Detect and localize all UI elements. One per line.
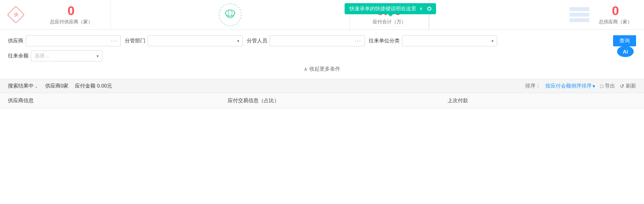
unit-category-input[interactable]: ▾: [402, 35, 497, 46]
export-btn[interactable]: □ 导出: [600, 82, 615, 90]
logo-area: 供: [0, 1, 32, 29]
unit-category-arrow-icon: ▾: [492, 39, 493, 43]
balance-placeholder: 选择...: [34, 52, 49, 59]
stat-total-suppliers: 0 总供应商（家）: [599, 4, 632, 25]
balance-label: 往来余额: [8, 52, 29, 59]
tooltip-text: 快速录单的快捷键说明在这里: [349, 5, 416, 12]
unit-category-label: 往来单位分类: [369, 37, 400, 44]
filter-unit-category: 往来单位分类 ▾: [369, 35, 497, 46]
department-arrow-icon: ▾: [237, 39, 239, 43]
result-info: 搜索结果中， 供应商0家 应付金额 0.00元: [8, 82, 112, 90]
filter-department: 分管部门 ▾: [125, 35, 243, 46]
collapse-icon: ∧: [304, 66, 308, 72]
stat-payable-suppliers-value: 0: [68, 4, 75, 17]
balance-input[interactable]: 选择... ▾: [31, 50, 102, 61]
amount-label: 应付金额 0.00元: [75, 82, 112, 90]
svg-point-2: [219, 4, 241, 26]
stat-total-suppliers-value: 0: [612, 4, 619, 17]
table-body: [0, 109, 644, 204]
department-input[interactable]: ▾: [148, 35, 243, 46]
filter-row-2: 往来余额 选择... ▾: [8, 50, 636, 61]
stat-total-suppliers-label: 总供应商（家）: [599, 19, 632, 25]
tooltip-dot-icon: [427, 7, 431, 11]
refresh-icon: ↺: [620, 83, 624, 89]
diamond-logo-icon: 供: [6, 5, 26, 25]
table-header: 供应商信息 应付交易信息（占比） 上次付款: [0, 93, 644, 109]
sort-arrow-icon: ▾: [593, 83, 595, 89]
supplier-input[interactable]: ···: [26, 35, 121, 46]
balance-arrow-icon: ▾: [97, 54, 99, 58]
stat-payable-suppliers-label: 总应付供应商（家）: [50, 19, 93, 25]
sort-value[interactable]: 按应付会额倒序排序 ▾: [545, 82, 595, 90]
col-transaction-header: 应付交易信息（占比）: [228, 97, 448, 104]
sort-label: 排序：: [525, 82, 541, 90]
tooltip-close-btn[interactable]: ×: [419, 6, 423, 12]
stat-payable-suppliers: 0 总应付供应商（家）: [32, 0, 111, 29]
manager-label: 分管人员: [247, 37, 267, 44]
filter-manager: 分管人员 ···: [247, 35, 365, 46]
ai-badge[interactable]: Ai: [617, 46, 634, 57]
department-label: 分管部门: [125, 37, 145, 44]
filter-supplier: 供应商 ···: [8, 35, 121, 46]
stats-bar: 供 0 总应付供应商（家） 0.00 应付合计（万） 0 总供应商（家）: [0, 0, 644, 30]
refresh-label: 刷新: [626, 82, 636, 90]
filter-balance: 往来余额 选择... ▾: [8, 50, 102, 61]
result-actions: 排序： 按应付会额倒序排序 ▾ □ 导出 ↺ 刷新: [525, 82, 636, 90]
export-label: 导出: [605, 82, 615, 90]
ai-badge-text: Ai: [623, 49, 628, 55]
table-container: 供应商信息 应付交易信息（占比） 上次付款: [0, 93, 644, 204]
search-result-label: 搜索结果中，: [8, 82, 39, 90]
center-icon: [218, 3, 242, 27]
collapse-label: 收起更多条件: [309, 65, 340, 72]
sort-value-text: 按应付会额倒序排序: [545, 82, 592, 90]
stat-payable-total-label: 应付合计（万）: [373, 19, 406, 25]
svg-point-4: [228, 10, 232, 16]
col-supplier-header: 供应商信息: [8, 97, 228, 104]
collapse-conditions-btn[interactable]: ∧ 收起更多条件: [8, 65, 636, 72]
filter-row-1: 供应商 ··· 分管部门 ▾ 分管人员 ··· 往来单位分类 ▾: [8, 35, 636, 46]
filter-area: 供应商 ··· 分管部门 ▾ 分管人员 ··· 往来单位分类 ▾: [0, 30, 644, 79]
stat-blocks: [570, 7, 589, 22]
export-icon: □: [600, 83, 603, 89]
manager-input[interactable]: ···: [270, 35, 365, 46]
svg-text:供: 供: [13, 12, 19, 17]
supplier-dots-icon: ···: [111, 38, 117, 44]
result-bar: 搜索结果中， 供应商0家 应付金额 0.00元 排序： 按应付会额倒序排序 ▾ …: [0, 79, 644, 93]
tooltip-bubble: 快速录单的快捷键说明在这里 ×: [345, 3, 436, 14]
query-button[interactable]: 查询: [613, 35, 636, 46]
supplier-label: 供应商: [8, 37, 23, 44]
refresh-btn[interactable]: ↺ 刷新: [620, 82, 636, 90]
supplier-count: 供应商0家: [45, 82, 69, 90]
col-lastpay-header: 上次付款: [448, 97, 636, 104]
manager-dots-icon: ···: [355, 38, 361, 44]
